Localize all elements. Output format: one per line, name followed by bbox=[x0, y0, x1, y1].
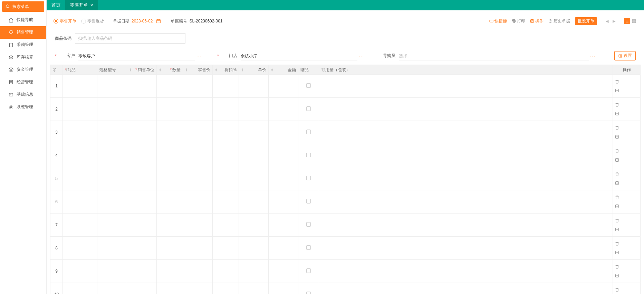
order-no-value: SL-20230602-001 bbox=[189, 19, 222, 23]
calendar-icon[interactable] bbox=[156, 19, 161, 23]
required-icon: * bbox=[217, 54, 219, 58]
svg-rect-16 bbox=[157, 20, 161, 23]
order-type-radio-0[interactable]: 零售开单 bbox=[54, 18, 76, 24]
nav-item-6[interactable]: 基础信息 bbox=[0, 88, 46, 101]
gift-checkbox[interactable] bbox=[306, 199, 311, 203]
date-value[interactable]: 2023-06-02 bbox=[132, 19, 153, 23]
th-unit[interactable]: ▲▼*销售单位 bbox=[127, 65, 157, 75]
gift-checkbox[interactable] bbox=[306, 83, 311, 88]
delete-icon[interactable] bbox=[615, 79, 638, 84]
box-icon bbox=[8, 55, 14, 60]
card-icon bbox=[8, 92, 14, 97]
barcode-input[interactable] bbox=[75, 33, 185, 44]
add-icon[interactable] bbox=[615, 112, 638, 116]
table-row[interactable]: 6 bbox=[50, 190, 641, 214]
nav-item-1[interactable]: 销售管理 bbox=[0, 26, 46, 39]
delete-icon[interactable] bbox=[615, 103, 638, 107]
print-button[interactable]: 打印 bbox=[512, 18, 525, 24]
store-picker-icon[interactable]: ··· bbox=[357, 54, 366, 58]
gift-checkbox[interactable] bbox=[306, 245, 311, 250]
svg-point-38 bbox=[53, 68, 56, 72]
gift-checkbox[interactable] bbox=[306, 106, 311, 111]
table-row[interactable]: 3 bbox=[50, 121, 641, 144]
table-row[interactable]: 7 bbox=[50, 214, 641, 237]
delete-icon[interactable] bbox=[615, 288, 638, 292]
add-icon[interactable] bbox=[615, 250, 638, 255]
nav-item-0[interactable]: 快捷导航 bbox=[0, 14, 46, 26]
th-price[interactable]: ▲▼单价 bbox=[239, 65, 269, 75]
th-gift[interactable]: ▲▼赠品 bbox=[298, 65, 319, 75]
svg-rect-32 bbox=[633, 20, 634, 21]
gift-checkbox[interactable] bbox=[306, 153, 311, 157]
next-button[interactable]: ▶ bbox=[611, 18, 617, 24]
view-grid-icon[interactable] bbox=[631, 18, 637, 24]
delete-icon[interactable] bbox=[615, 265, 638, 269]
view-list-icon[interactable] bbox=[624, 18, 630, 24]
batch-order-button[interactable]: 批发开单 bbox=[575, 17, 597, 25]
delete-icon[interactable] bbox=[615, 195, 638, 199]
table-row[interactable]: 10 bbox=[50, 283, 641, 294]
th-spec[interactable]: ▲▼规格型号 bbox=[97, 65, 127, 75]
table-row[interactable]: 2 bbox=[50, 98, 641, 121]
radio-icon bbox=[81, 19, 86, 23]
sidebar: 搜索菜单 快捷导航销售管理采购管理库存核算资金管理经营管理基础信息系统管理 bbox=[0, 0, 47, 294]
th-available[interactable]: ▲▼可用量（包装） bbox=[319, 65, 613, 75]
svg-rect-35 bbox=[634, 21, 636, 23]
delete-icon[interactable] bbox=[615, 149, 638, 153]
th-gear[interactable] bbox=[50, 65, 63, 75]
table-row[interactable]: 4 bbox=[50, 144, 641, 167]
customer-picker-icon[interactable]: ··· bbox=[195, 54, 203, 58]
nav-item-7[interactable]: 系统管理 bbox=[0, 101, 46, 113]
tab-0[interactable]: 首页 bbox=[47, 0, 65, 10]
guide-picker-icon[interactable]: ··· bbox=[589, 54, 597, 58]
delete-icon[interactable] bbox=[615, 218, 638, 222]
prev-button[interactable]: ◀ bbox=[604, 18, 610, 24]
diamond-icon bbox=[8, 30, 14, 35]
guide-value[interactable]: 选择... bbox=[399, 51, 589, 60]
add-icon[interactable] bbox=[615, 274, 638, 278]
add-icon[interactable] bbox=[615, 88, 638, 93]
date-label: 单据日期 bbox=[113, 18, 129, 24]
add-icon[interactable] bbox=[615, 135, 638, 139]
history-button[interactable]: 历史单据 bbox=[548, 18, 570, 24]
toolbar: 快捷键 打印 操作 历史单据 批发开单 bbox=[489, 17, 637, 25]
shortcut-button[interactable]: 快捷键 bbox=[489, 18, 507, 24]
order-type-radio-1[interactable]: 零售退货 bbox=[81, 18, 104, 24]
gift-checkbox[interactable] bbox=[306, 268, 311, 273]
gift-checkbox[interactable] bbox=[306, 292, 311, 294]
delete-icon[interactable] bbox=[615, 241, 638, 246]
th-product[interactable]: ▲▼*商品 bbox=[63, 65, 97, 75]
operate-button[interactable]: 操作 bbox=[530, 18, 544, 24]
th-discount[interactable]: ▲▼折扣% bbox=[213, 65, 239, 75]
add-icon[interactable] bbox=[615, 227, 638, 231]
search-menu-button[interactable]: 搜索菜单 bbox=[2, 1, 44, 12]
customer-value[interactable]: 零散客户 bbox=[78, 51, 195, 60]
nav-item-3[interactable]: 库存核算 bbox=[0, 51, 46, 64]
gift-checkbox[interactable] bbox=[306, 130, 311, 134]
th-retail[interactable]: ▲▼零售价 bbox=[183, 65, 213, 75]
add-icon[interactable] bbox=[615, 181, 638, 185]
add-icon[interactable] bbox=[615, 158, 638, 162]
tab-1[interactable]: 零售开单✕ bbox=[65, 0, 98, 10]
table-row[interactable]: 8 bbox=[50, 237, 641, 260]
svg-point-0 bbox=[6, 5, 9, 8]
nav-item-5[interactable]: 经营管理 bbox=[0, 76, 46, 88]
top-row: 零售开单零售退货 单据日期 2023-06-02 单据编号 SL-2023060… bbox=[50, 14, 641, 28]
svg-point-11 bbox=[10, 94, 11, 95]
th-qty[interactable]: ▲▼*数量 bbox=[157, 65, 183, 75]
gift-checkbox[interactable] bbox=[306, 176, 311, 180]
svg-point-37 bbox=[54, 69, 55, 70]
table-row[interactable]: 1 bbox=[50, 75, 641, 98]
table-row[interactable]: 5 bbox=[50, 167, 641, 190]
store-value[interactable]: 余杭小库 bbox=[241, 51, 357, 60]
delete-icon[interactable] bbox=[615, 126, 638, 130]
th-amount[interactable]: ▲▼金额 bbox=[269, 65, 298, 75]
nav-item-2[interactable]: 采购管理 bbox=[0, 39, 46, 51]
gift-checkbox[interactable] bbox=[306, 222, 311, 227]
close-icon[interactable]: ✕ bbox=[90, 3, 93, 8]
nav-item-4[interactable]: 资金管理 bbox=[0, 64, 46, 76]
delete-icon[interactable] bbox=[615, 172, 638, 176]
add-icon[interactable] bbox=[615, 204, 638, 208]
table-row[interactable]: 9 bbox=[50, 260, 641, 283]
settings-button[interactable]: 设置 bbox=[614, 51, 636, 60]
